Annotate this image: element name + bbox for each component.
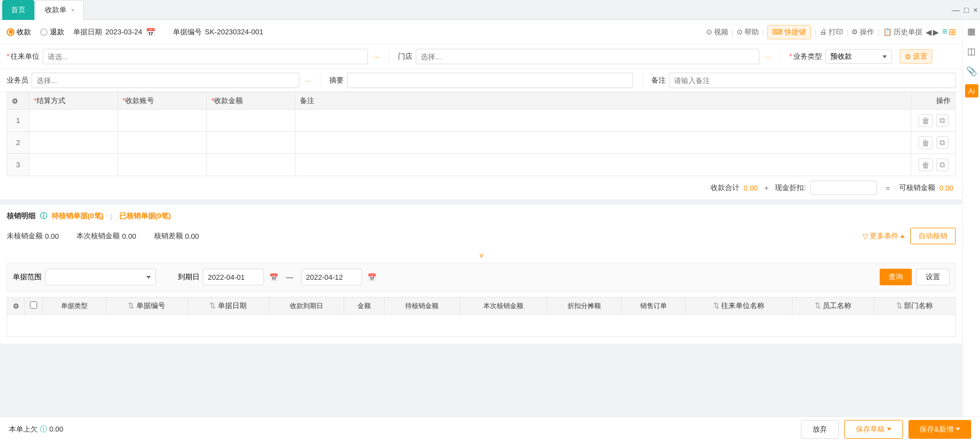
- tab-close-icon[interactable]: ×: [71, 7, 74, 13]
- btcol-due-date: 收款到期日: [269, 298, 344, 315]
- radio-tuikuan[interactable]: 退款: [40, 27, 64, 37]
- more-conditions-label: 更多条件: [870, 231, 899, 241]
- print-link[interactable]: 🖨 打印: [820, 27, 843, 37]
- row-2-remarks[interactable]: [295, 132, 911, 154]
- sidebar-icon-ai[interactable]: Ai: [965, 84, 978, 98]
- divider2: [780, 49, 780, 64]
- row-1-remarks[interactable]: [295, 110, 911, 132]
- row-2-amount[interactable]: [207, 132, 295, 154]
- row-3-delete-btn[interactable]: 🗑: [918, 158, 933, 171]
- row-3-payment[interactable]: [29, 154, 118, 176]
- row-2-account[interactable]: [118, 132, 207, 154]
- row-1-account[interactable]: [118, 110, 207, 132]
- row-3-remarks[interactable]: [295, 154, 911, 176]
- operate-link[interactable]: ⚙ 操作: [851, 27, 874, 37]
- settings-button[interactable]: ⚙ 设置: [900, 49, 932, 64]
- due-date-from-input[interactable]: [203, 269, 264, 285]
- current-verif-field: 本次核销金额 0.00: [76, 231, 136, 241]
- help-link[interactable]: ⊙ 帮助: [737, 27, 759, 37]
- counterpart-label: 往来单位: [7, 52, 39, 61]
- row-2-delete-btn[interactable]: 🗑: [918, 136, 933, 149]
- window-close-btn[interactable]: ×: [973, 6, 978, 14]
- row-num-3: 3: [7, 154, 29, 176]
- main-scroll-area: 收款 退款 单据日期 2023-03-24 📅 单据编号 SK-20230324…: [0, 20, 980, 377]
- history-icon: 📋: [883, 28, 892, 36]
- row-3-account[interactable]: [118, 154, 207, 176]
- business-type-chevron: [882, 55, 887, 58]
- save-draft-button[interactable]: 保存草稿: [844, 420, 903, 439]
- tab-home-label: 首页: [11, 5, 25, 15]
- draft-label: 保存草稿: [856, 424, 885, 434]
- remarks-input[interactable]: [669, 73, 956, 88]
- more-conditions-btn[interactable]: ▽ 更多条件: [862, 231, 905, 241]
- radio-shoukuan[interactable]: 收款: [7, 27, 31, 37]
- range-select[interactable]: [45, 269, 156, 285]
- staff-more-icon[interactable]: ···: [305, 76, 311, 85]
- sidebar-icon-clip[interactable]: 📎: [965, 64, 978, 78]
- table-settings-gear-icon[interactable]: ⚙: [12, 97, 18, 105]
- save-new-button[interactable]: 保存&新增: [908, 420, 971, 439]
- footer-info-icon[interactable]: ⓘ: [40, 424, 47, 434]
- form-fields-row1: 往来单位 ··· 门店 ··· 业务类型 预收款 ⚙ 设置: [0, 44, 962, 69]
- select-all-checkbox[interactable]: [30, 301, 37, 309]
- payment-type-radio-group: 收款 退款: [7, 27, 64, 37]
- filter-icon: ▽: [862, 232, 868, 240]
- due-date-to-input[interactable]: [301, 269, 362, 285]
- shortcut-btn[interactable]: ⌨ 快捷键: [767, 25, 811, 39]
- verified-tab[interactable]: 已核销单据(0笔): [119, 211, 171, 221]
- sep1: |: [732, 28, 733, 36]
- bt-settings-icon[interactable]: ⚙: [13, 302, 19, 310]
- calendar-icon-from[interactable]: 📅: [269, 273, 278, 281]
- abstract-label: 摘要: [329, 75, 344, 85]
- sidebar-icon-doc[interactable]: ◫: [965, 44, 978, 58]
- sort-icon3: ⇅: [713, 301, 719, 310]
- row-1-copy-btn[interactable]: ⧉: [936, 114, 948, 127]
- store-more-icon[interactable]: ···: [765, 53, 771, 61]
- section-info-icon[interactable]: ⓘ: [40, 211, 47, 221]
- number-label: 单据编号: [173, 27, 202, 37]
- date-calendar-icon[interactable]: 📅: [146, 28, 155, 37]
- collapse-arrow[interactable]: ∨: [7, 251, 956, 259]
- col-settings-header[interactable]: ⚙: [7, 93, 29, 110]
- auto-verif-button[interactable]: 自动核销: [910, 228, 956, 244]
- table-row: 2 🗑 ⧉: [7, 132, 956, 154]
- grid-view-btn[interactable]: ⊞: [948, 27, 956, 37]
- business-type-group: 业务类型 预收款 ⚙ 设置: [789, 49, 956, 64]
- footer-order-value: 0.00: [49, 425, 63, 433]
- table-settings-button[interactable]: 设置: [916, 269, 950, 285]
- pending-tab[interactable]: 待核销单据(0笔): [52, 211, 104, 221]
- business-type-select[interactable]: 预收款: [825, 49, 892, 64]
- sep2: |: [762, 28, 764, 36]
- counterpart-more-icon[interactable]: ···: [374, 53, 380, 61]
- settings-gear-icon: ⚙: [905, 53, 911, 61]
- row-1-payment[interactable]: [29, 110, 118, 132]
- staff-input[interactable]: [32, 73, 299, 88]
- row-3-amount[interactable]: [207, 154, 295, 176]
- counterpart-input[interactable]: [43, 49, 368, 64]
- list-view-btn[interactable]: ≡: [942, 27, 947, 37]
- calendar-icon-to[interactable]: 📅: [368, 273, 376, 281]
- next-arrow[interactable]: ▶: [933, 28, 939, 37]
- video-link[interactable]: ⊙ 视频: [706, 27, 728, 37]
- sidebar-icon-table[interactable]: ▦: [965, 24, 978, 38]
- footer-info: 本单上欠 ⓘ 0.00: [9, 424, 63, 434]
- col-payment-method-header: *结算方式: [29, 93, 118, 110]
- abstract-input[interactable]: [347, 73, 634, 88]
- row-1-delete-btn[interactable]: 🗑: [918, 114, 933, 127]
- row-2-copy-btn[interactable]: ⧉: [936, 136, 948, 149]
- settings-label: 设置: [913, 52, 927, 61]
- tab-active[interactable]: 收款单 ×: [35, 0, 84, 20]
- row-2-payment[interactable]: [29, 132, 118, 154]
- abandon-button[interactable]: 放弃: [801, 420, 839, 439]
- history-link[interactable]: 📋 历史单据: [883, 27, 922, 37]
- btcol-settings[interactable]: ⚙: [7, 298, 25, 315]
- tab-home[interactable]: 首页: [2, 0, 34, 20]
- query-button[interactable]: 查询: [880, 269, 912, 285]
- row-1-amount[interactable]: [207, 110, 295, 132]
- row-3-copy-btn[interactable]: ⧉: [936, 158, 948, 171]
- cash-discount-input[interactable]: [810, 181, 877, 195]
- prev-arrow[interactable]: ◀: [926, 28, 932, 37]
- window-minimize-btn[interactable]: —: [952, 6, 959, 14]
- store-input[interactable]: [416, 49, 759, 64]
- window-restore-btn[interactable]: □: [964, 6, 968, 14]
